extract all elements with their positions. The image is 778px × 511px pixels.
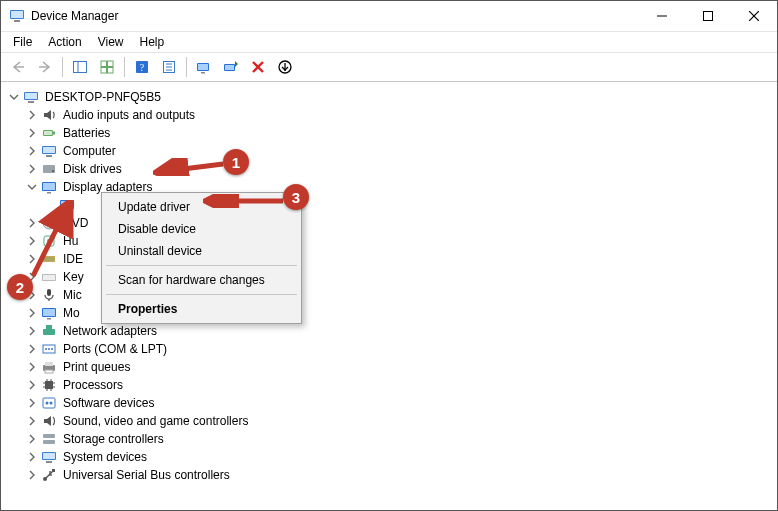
expand-icon[interactable] bbox=[25, 216, 39, 230]
expand-icon[interactable] bbox=[25, 396, 39, 410]
category-storage[interactable]: Storage controllers bbox=[25, 430, 777, 448]
expand-icon[interactable] bbox=[25, 342, 39, 356]
category-swdev[interactable]: Software devices bbox=[25, 394, 777, 412]
svg-rect-80 bbox=[43, 434, 55, 438]
category-label: Mic bbox=[61, 288, 84, 302]
svg-rect-83 bbox=[43, 453, 55, 459]
category-label: Processors bbox=[61, 378, 125, 392]
printq-icon bbox=[41, 359, 57, 375]
expand-icon[interactable] bbox=[25, 252, 39, 266]
update-driver-button[interactable] bbox=[218, 54, 244, 80]
show-hide-tree-button[interactable] bbox=[67, 54, 93, 80]
collapse-icon[interactable] bbox=[7, 90, 21, 104]
expand-icon[interactable] bbox=[25, 450, 39, 464]
category-network[interactable]: Network adapters bbox=[25, 322, 777, 340]
expand-icon[interactable] bbox=[25, 162, 39, 176]
category-ports[interactable]: Ports (COM & LPT) bbox=[25, 340, 777, 358]
minimize-button[interactable] bbox=[639, 1, 685, 31]
category-label: Storage controllers bbox=[61, 432, 166, 446]
maximize-button[interactable] bbox=[685, 1, 731, 31]
expand-icon[interactable] bbox=[25, 306, 39, 320]
computer-icon bbox=[23, 89, 39, 105]
svg-rect-9 bbox=[101, 61, 107, 67]
svg-rect-81 bbox=[43, 440, 55, 444]
expand-icon[interactable] bbox=[25, 414, 39, 428]
svg-rect-39 bbox=[43, 183, 55, 190]
device-tree-pane[interactable]: DESKTOP-PNFQ5B5 Audio inputs and outputs… bbox=[1, 82, 777, 510]
titlebar: Device Manager bbox=[1, 1, 777, 32]
ctx-disable-device[interactable]: Disable device bbox=[104, 218, 299, 240]
keyboard-icon bbox=[41, 269, 57, 285]
ctx-scan-hardware[interactable]: Scan for hardware changes bbox=[104, 269, 299, 291]
expand-icon[interactable] bbox=[25, 126, 39, 140]
svg-rect-58 bbox=[43, 329, 55, 335]
uninstall-button[interactable] bbox=[245, 54, 271, 80]
category-label: Hu bbox=[61, 234, 80, 248]
expand-icon[interactable] bbox=[25, 360, 39, 374]
forward-button[interactable] bbox=[32, 54, 58, 80]
expand-icon[interactable] bbox=[25, 144, 39, 158]
menu-action[interactable]: Action bbox=[40, 33, 89, 51]
ctx-update-driver[interactable]: Update driver bbox=[104, 196, 299, 218]
category-label: Mo bbox=[61, 306, 82, 320]
svg-rect-2 bbox=[14, 20, 20, 22]
action-icon-button[interactable] bbox=[156, 54, 182, 80]
ctx-properties[interactable]: Properties bbox=[104, 298, 299, 320]
category-audio[interactable]: Audio inputs and outputs bbox=[25, 106, 777, 124]
scan-hardware-button[interactable] bbox=[191, 54, 217, 80]
network-icon bbox=[41, 323, 57, 339]
category-batteries[interactable]: Batteries bbox=[25, 124, 777, 142]
svg-rect-77 bbox=[43, 398, 55, 408]
category-label: Universal Serial Bus controllers bbox=[61, 468, 232, 482]
category-disk[interactable]: Disk drives bbox=[25, 160, 777, 178]
mic-icon bbox=[41, 287, 57, 303]
category-sound[interactable]: Sound, video and game controllers bbox=[25, 412, 777, 430]
svg-point-37 bbox=[52, 170, 54, 172]
ide-icon bbox=[41, 251, 57, 267]
properties-button[interactable] bbox=[94, 54, 120, 80]
menu-view[interactable]: View bbox=[90, 33, 132, 51]
usb-icon bbox=[41, 467, 57, 483]
svg-rect-7 bbox=[74, 62, 87, 73]
proc-icon bbox=[41, 377, 57, 393]
root-node[interactable]: DESKTOP-PNFQ5B5 bbox=[7, 88, 777, 106]
svg-rect-57 bbox=[47, 318, 51, 320]
svg-rect-1 bbox=[11, 11, 23, 18]
disable-button[interactable] bbox=[272, 54, 298, 80]
display-adapter-icon bbox=[59, 197, 75, 213]
disk-icon bbox=[41, 161, 57, 177]
ctx-separator bbox=[106, 294, 297, 295]
expand-icon[interactable] bbox=[25, 378, 39, 392]
category-computer[interactable]: Computer bbox=[25, 142, 777, 160]
back-button[interactable] bbox=[5, 54, 31, 80]
category-printq[interactable]: Print queues bbox=[25, 358, 777, 376]
dvd-icon bbox=[41, 215, 57, 231]
category-label: Sound, video and game controllers bbox=[61, 414, 250, 428]
svg-rect-12 bbox=[108, 68, 114, 74]
svg-point-45 bbox=[47, 221, 50, 224]
category-usb[interactable]: Universal Serial Bus controllers bbox=[25, 466, 777, 484]
svg-rect-35 bbox=[46, 155, 52, 157]
menu-file[interactable]: File bbox=[5, 33, 40, 51]
expand-icon[interactable] bbox=[25, 432, 39, 446]
collapse-icon[interactable] bbox=[25, 180, 39, 194]
svg-point-64 bbox=[51, 348, 53, 350]
close-button[interactable] bbox=[731, 1, 777, 31]
menubar: File Action View Help bbox=[1, 32, 777, 53]
expand-icon[interactable] bbox=[25, 234, 39, 248]
expand-icon[interactable] bbox=[25, 468, 39, 482]
context-menu: Update driver Disable device Uninstall d… bbox=[101, 192, 302, 324]
svg-rect-48 bbox=[43, 256, 55, 262]
swdev-icon bbox=[41, 395, 57, 411]
category-proc[interactable]: Processors bbox=[25, 376, 777, 394]
toolbar-separator bbox=[124, 57, 125, 77]
svg-rect-66 bbox=[45, 362, 53, 366]
help-button[interactable]: ? bbox=[129, 54, 155, 80]
category-system[interactable]: System devices bbox=[25, 448, 777, 466]
expand-icon[interactable] bbox=[25, 324, 39, 338]
category-label: Audio inputs and outputs bbox=[61, 108, 197, 122]
ctx-uninstall-device[interactable]: Uninstall device bbox=[104, 240, 299, 262]
ctx-separator bbox=[106, 265, 297, 266]
menu-help[interactable]: Help bbox=[132, 33, 173, 51]
expand-icon[interactable] bbox=[25, 108, 39, 122]
